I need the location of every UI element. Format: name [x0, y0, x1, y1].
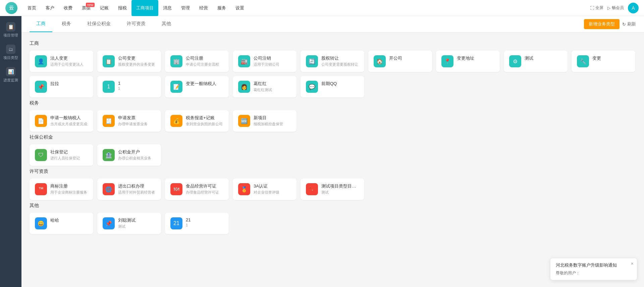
card-title: 申请一般纳税人 — [50, 115, 88, 121]
card-desc: 报税加税控盘保管 — [254, 122, 291, 127]
notification-title: 河北税务数字账户升级影响通知 — [556, 262, 626, 268]
top-nav: 云 首页客户收费票据new记账报税工商项目消息管理经营服务设置 ⛶ 全屏 ▷ 畅… — [0, 0, 644, 16]
card-申请一般纳税人[interactable]: 📄 申请一般纳税人 当月或次月成变更完成 — [30, 110, 93, 132]
card-title: 法人变更 — [50, 55, 88, 61]
user-avatar[interactable]: A — [628, 3, 639, 13]
card-测试项目类型目定义[interactable]: 🔖 测试项目类型目定义 测试 — [301, 178, 364, 200]
nav-item-首页[interactable]: 首页 — [23, 0, 41, 16]
card-title: 前期QQ — [321, 81, 359, 87]
nav-item-经营[interactable]: 经营 — [195, 0, 213, 16]
card-text: 1 1 — [118, 81, 156, 90]
card-3A认证[interactable]: 🏅 3A认证 对企业信誉评级 — [233, 178, 297, 200]
card-变更地址[interactable]: 📍 变更地址 — [436, 51, 500, 72]
card-desc: 公司变更需要股权转让 — [321, 62, 359, 67]
card-icon: 🔄 — [306, 55, 318, 67]
card-申请发票[interactable]: 🧾 申请发票 办理申请发票业务 — [97, 110, 161, 132]
card-21[interactable]: 21 21 1 — [165, 213, 229, 234]
card-拉拉[interactable]: 📌 拉拉 — [30, 76, 93, 97]
card-哈哈[interactable]: 😄 哈哈 — [30, 213, 93, 234]
main-content: 工商税务社保公积金许可资质其他 新增业务类型 ↻ 刷新 工商 👤 法人变更 适用… — [21, 16, 644, 287]
nav-items: 首页客户收费票据new记账报税工商项目消息管理经营服务设置 — [23, 0, 590, 16]
card-text: 公司注销 适用于注销公司 — [254, 55, 291, 67]
card-税务报道+记账[interactable]: 💰 税务报道+记账 拿到营业执照的新公司 — [165, 110, 229, 132]
card-法人变更[interactable]: 👤 法人变更 适用于公司变更法人 — [30, 51, 93, 72]
card-icon: 😄 — [35, 217, 47, 229]
notification-body: 尊敬的用户： — [556, 270, 632, 276]
card-title: 变更 — [592, 55, 630, 61]
nav-item-报税[interactable]: 报税 — [113, 0, 131, 16]
card-变更[interactable]: 🔧 变更 — [572, 51, 635, 72]
sidebar-item-进度监测[interactable]: 📊 进度监测 — [0, 64, 21, 86]
nav-item-收费[interactable]: 收费 — [59, 0, 77, 16]
card-icon: 🆕 — [238, 115, 250, 127]
card-1[interactable]: 1 1 1 — [97, 76, 161, 97]
tabs: 工商税务社保公积金许可资质其他 — [30, 16, 180, 32]
add-business-type-button[interactable]: 新增业务类型 — [584, 19, 620, 29]
app-logo: 云 — [5, 2, 17, 14]
nav-item-消息[interactable]: 消息 — [158, 0, 176, 16]
sidebar-icon: 📋 — [6, 22, 15, 31]
tab-工商[interactable]: 工商 — [30, 16, 52, 32]
card-text: 进出口权办理 适用于对外贸易经营者 — [118, 183, 156, 195]
card-社保登记[interactable]: 🛡 社保登记 进行人员社保登记 — [30, 144, 93, 166]
tabs-actions: 新增业务类型 ↻ 刷新 — [584, 19, 636, 29]
fullscreen-button[interactable]: ⛶ 全屏 — [590, 5, 603, 11]
member-button[interactable]: ▷ 畅会员 — [607, 5, 624, 11]
card-公司注册[interactable]: 🏢 公司注册 申请公司注册全流程 — [165, 51, 229, 72]
card-title: 股权转让 — [321, 55, 359, 61]
card-desc: 拿到营业执照的新公司 — [186, 122, 223, 127]
card-text: 食品经营许可证 办理食品经营许可证 — [186, 183, 223, 195]
nav-item-客户[interactable]: 客户 — [41, 0, 59, 16]
card-desc: 进行人员社保登记 — [50, 156, 88, 161]
card-变更一般纳税人[interactable]: 📝 变更一般纳税人 — [165, 76, 229, 97]
nav-item-管理[interactable]: 管理 — [176, 0, 195, 16]
card-text: 新项目 报税加税控盘保管 — [254, 115, 291, 127]
nav-item-工商项目[interactable]: 工商项目 — [131, 0, 158, 16]
card-title: 商标注册 — [50, 183, 88, 189]
section-title: 税务 — [30, 100, 636, 106]
card-title: 公司变更 — [118, 55, 156, 61]
card-测试[interactable]: ⚙ 测试 — [504, 51, 568, 72]
card-前期QQ[interactable]: 💬 前期QQ — [301, 76, 364, 97]
card-icon: 📌 — [103, 217, 115, 229]
card-text: 3A认证 对企业信誉评级 — [254, 183, 291, 195]
refresh-button[interactable]: ↻ 刷新 — [622, 21, 636, 27]
tab-许可资质[interactable]: 许可资质 — [120, 16, 152, 32]
card-进出口权办理[interactable]: 🌐 进出口权办理 适用于对外贸易经营者 — [97, 178, 161, 200]
card-新项目[interactable]: 🆕 新项目 报税加税控盘保管 — [233, 110, 297, 132]
tab-社保公积金[interactable]: 社保公积金 — [80, 16, 117, 32]
card-text: 申请一般纳税人 当月或次月成变更完成 — [50, 115, 88, 127]
card-title: 哈哈 — [50, 217, 88, 223]
card-text: 拉拉 — [50, 81, 88, 87]
card-公积金开户[interactable]: 🏦 公积金开户 办理公积金相关业务 — [97, 144, 161, 166]
card-公司变更[interactable]: 📋 公司变更 股权变更外的业务变更 — [97, 51, 161, 72]
nav-item-服务[interactable]: 服务 — [213, 0, 231, 16]
card-icon: 📝 — [170, 81, 182, 93]
card-desc: 测试 — [321, 190, 359, 195]
nav-badge: new — [86, 3, 95, 7]
card-icon: 🏦 — [103, 149, 115, 161]
card-icon: 🏅 — [238, 183, 250, 195]
card-icon: 🧾 — [103, 115, 115, 127]
sidebar-item-项目管理[interactable]: 📋 项目管理 — [0, 19, 21, 41]
nav-item-票据[interactable]: 票据new — [77, 0, 95, 16]
card-食品经营许可证[interactable]: 🍽 食品经营许可证 办理食品经营许可证 — [165, 178, 229, 200]
card-股权转让[interactable]: 🔄 股权转让 公司变更需要股权转让 — [301, 51, 364, 72]
nav-item-设置[interactable]: 设置 — [231, 0, 249, 16]
card-desc: 适用于对外贸易经营者 — [118, 190, 156, 195]
card-刘聪测试[interactable]: 📌 刘聪测试 测试 — [97, 213, 161, 234]
section-title: 社保公积金 — [30, 134, 636, 140]
tab-税务[interactable]: 税务 — [55, 16, 78, 32]
tab-其他[interactable]: 其他 — [155, 16, 178, 32]
notification-close-button[interactable]: × — [631, 261, 634, 266]
card-商标注册[interactable]: ™ 商标注册 用于企业商标注册服务 — [30, 178, 93, 200]
avatar-text: A — [632, 5, 635, 11]
card-公司注销[interactable]: 🏭 公司注销 适用于注销公司 — [233, 51, 297, 72]
card-icon: 🌐 — [103, 183, 115, 195]
sidebar-item-项目类型[interactable]: 🗂 项目类型 — [0, 41, 21, 64]
card-title: 葛红红 — [254, 81, 291, 87]
card-葛红红[interactable]: 👩 葛红红 葛红红测试 — [233, 76, 297, 97]
card-开公司[interactable]: 🏠 开公司 — [368, 51, 432, 72]
nav-item-记账[interactable]: 记账 — [95, 0, 113, 16]
card-icon: 1 — [103, 81, 115, 93]
